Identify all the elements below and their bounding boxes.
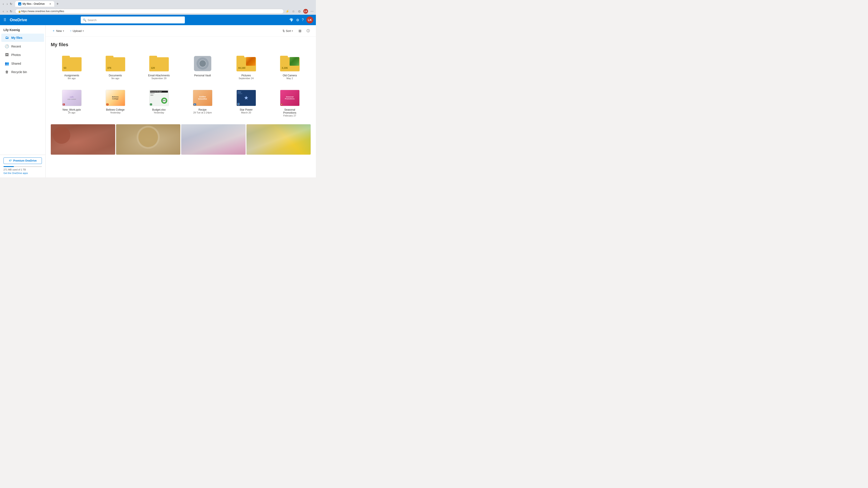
- help-icon[interactable]: ?: [302, 18, 304, 22]
- sidebar-username: Lily Koenig: [0, 25, 45, 33]
- folder-item-pictures[interactable]: 44,160 Pictures September 24: [225, 53, 267, 82]
- folder-name-documents: Documents: [109, 74, 122, 77]
- premium-diamond-icon: 💎: [9, 159, 12, 162]
- photo-item-girl[interactable]: [181, 124, 246, 155]
- folder-icon-assignments: 53: [62, 56, 82, 71]
- file-name-seasonal: Seasonal Promotions: [278, 108, 302, 114]
- sidebar-item-recyclebin[interactable]: 🗑 Recycle bin: [1, 68, 44, 76]
- browser-tab[interactable]: ☁ My files - OneDrive ✕: [15, 1, 54, 7]
- file-item-bellows[interactable]: Bellows College P Bellows College Yester…: [94, 87, 136, 119]
- doc-thumb-bellows: Bellows College P: [106, 90, 125, 106]
- storage-bar-fill: [3, 166, 14, 167]
- star-preview: ★ Star Power 👤: [237, 90, 256, 106]
- folder-item-oldcamera[interactable]: 3,106 Old Camera May 2: [269, 53, 311, 82]
- sort-label: Sort: [286, 29, 291, 33]
- sort-icon: ⇅: [282, 29, 285, 33]
- photo-item-feet[interactable]: [246, 124, 311, 155]
- bellows-preview: Bellows College P: [106, 90, 125, 106]
- folder-icon-oldcamera: 3,106: [280, 56, 300, 71]
- back-button[interactable]: ‹: [2, 2, 5, 5]
- file-item-newwork[interactable]: cells slide content P New_Work.pptx 2h a…: [51, 87, 93, 119]
- file-thumb-seasonal: SeasonalPromotions P: [279, 89, 301, 106]
- premium-button[interactable]: 💎 Premium OneDrive: [3, 158, 42, 164]
- search-bar[interactable]: 🔍 Search: [81, 17, 185, 24]
- sidebar-item-photos[interactable]: 🖼 Photos: [1, 51, 44, 59]
- folder-item-personalvault[interactable]: Personal Vault: [182, 53, 223, 82]
- nav-reload[interactable]: ↻: [9, 10, 12, 13]
- folder-name-emailattachments: Email Attachments: [148, 74, 169, 77]
- address-bar[interactable]: 🔒 https://www.onedrive.live.com/myfiles: [15, 9, 284, 14]
- folder-date-assignments: 8m ago: [68, 77, 76, 79]
- folder-count-emailattachments: 120: [151, 67, 155, 69]
- file-item-starpower[interactable]: ★ Star Power 👤 Star Power March 20: [225, 87, 267, 119]
- get-apps-link[interactable]: Get the OneDrive apps: [3, 172, 28, 174]
- extensions-icon[interactable]: ⚡: [285, 9, 289, 13]
- reload-button[interactable]: ↻: [9, 2, 12, 5]
- sidebar-item-recent[interactable]: 🕐 Recent: [1, 42, 44, 51]
- premium-icon[interactable]: 💎: [289, 18, 293, 22]
- favorites-icon[interactable]: ☆: [291, 9, 296, 13]
- nav-controls[interactable]: ‹ › ↻: [2, 10, 12, 13]
- sidebar-photos-label: Photos: [11, 53, 21, 57]
- sidebar-item-myfiles[interactable]: 🗂 My files: [1, 34, 44, 42]
- user-avatar[interactable]: LK: [306, 17, 313, 24]
- view-toggle-button[interactable]: ⊞: [296, 27, 303, 34]
- pptx-badge-newwork: P: [63, 103, 65, 105]
- sort-button[interactable]: ⇅ Sort ▾: [280, 28, 295, 34]
- collections-icon[interactable]: ⊙: [297, 9, 302, 13]
- doc-thumb-budget: Personal Budget $1,871 $995 53% X: [149, 90, 169, 106]
- waffle-menu-icon[interactable]: ⠿: [3, 17, 7, 23]
- app-brand-label: OneDrive: [10, 18, 27, 22]
- xlsx-badge: X: [150, 103, 152, 105]
- forward-button[interactable]: ›: [6, 2, 9, 5]
- file-date-seasonal: February 27: [283, 114, 296, 117]
- new-tab-button[interactable]: +: [56, 2, 59, 6]
- folder-count-pictures: 44,160: [238, 67, 246, 69]
- vault-thumb: [192, 55, 214, 72]
- sidebar-item-shared[interactable]: 👥 Shared: [1, 59, 44, 68]
- new-plus-icon: ＋: [52, 29, 55, 33]
- file-date-newwork: 2h ago: [68, 111, 75, 114]
- browser-menu-icon[interactable]: ⋯: [310, 9, 314, 13]
- sidebar: Lily Koenig 🗂 My files 🕐 Recent 🖼 Photos…: [0, 25, 45, 177]
- sidebar-bottom: 💎 Premium OneDrive 271 MB used of 1 TB G…: [0, 155, 45, 177]
- folder-name-personalvault: Personal Vault: [194, 74, 211, 77]
- folder-item-assignments[interactable]: 53 Assignments 8m ago: [51, 53, 93, 82]
- photos-icon: 🖼: [5, 53, 9, 57]
- folder-thumb-pictures: 44,160: [236, 55, 257, 72]
- info-button[interactable]: ⓘ: [305, 27, 312, 34]
- folder-thumb-assignments: 53: [61, 55, 83, 72]
- upload-button[interactable]: ↑ Upload ▾: [68, 28, 86, 34]
- tab-close-button[interactable]: ✕: [49, 3, 51, 5]
- myfiles-icon: 🗂: [5, 36, 9, 40]
- toolbar-right: ⇅ Sort ▾ ⊞ ⓘ: [280, 27, 312, 34]
- tab-favicon: ☁: [18, 2, 21, 5]
- folder-item-emailattachments[interactable]: 120 Email Attachments September 29: [138, 53, 180, 82]
- folder-preview-oldcamera: [290, 57, 299, 66]
- file-item-recipe[interactable]: GoldenSmoothie W Recipe 29 Tue at 2:14pm: [182, 87, 223, 119]
- file-thumb-budget: Personal Budget $1,871 $995 53% X: [148, 89, 170, 106]
- xlsx-preview-budget: Personal Budget $1,871 $995 53% X: [150, 90, 168, 106]
- doc-thumb-seasonal: SeasonalPromotions P: [280, 90, 300, 106]
- folder-name-pictures: Pictures: [242, 74, 251, 77]
- browser-controls[interactable]: ‹ › ↻: [2, 2, 12, 5]
- vault-lens: [199, 60, 207, 67]
- file-date-starpower: March 20: [241, 111, 251, 114]
- new-button[interactable]: ＋ New ▾: [50, 28, 66, 34]
- file-item-seasonal[interactable]: SeasonalPromotions P Seasonal Promotions…: [269, 87, 311, 119]
- folder-count-assignments: 53: [64, 67, 66, 69]
- xlsx-circle: 53%: [161, 98, 167, 104]
- nav-back[interactable]: ‹: [2, 10, 5, 13]
- folder-item-documents[interactable]: 376 Documents 9m ago: [94, 53, 136, 82]
- sidebar-recyclebin-label: Recycle bin: [11, 70, 27, 74]
- browser-profile-avatar[interactable]: LK: [303, 9, 308, 14]
- file-item-budget[interactable]: Personal Budget $1,871 $995 53% X Budget…: [138, 87, 180, 119]
- photo-item-smoothie[interactable]: [51, 124, 115, 155]
- premium-btn-label: Premium OneDrive: [13, 159, 37, 162]
- pptx-badge-bellows: P: [106, 103, 109, 105]
- nav-forward[interactable]: ›: [6, 10, 9, 13]
- photo-item-coffee[interactable]: [116, 124, 181, 155]
- topbar: ⠿ OneDrive 🔍 Search 💎 ⚙ ? LK: [0, 15, 316, 25]
- shared-icon: 👥: [5, 61, 9, 65]
- settings-icon[interactable]: ⚙: [296, 18, 299, 22]
